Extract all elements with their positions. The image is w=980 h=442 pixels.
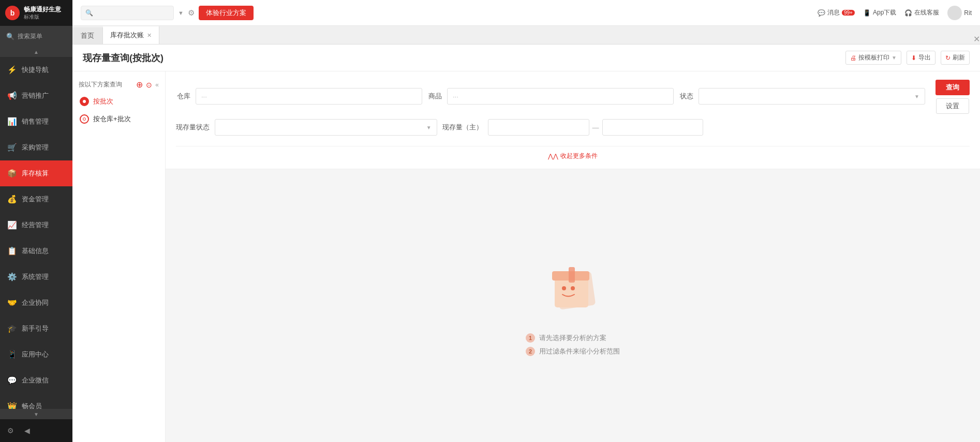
empty-tip-1: 1 请先选择要分析的方案 bbox=[526, 333, 620, 343]
settings-footer-icon[interactable]: ⚙ bbox=[7, 426, 14, 435]
app-brand: 畅康通好生意 标准版 bbox=[24, 6, 67, 21]
add-plan-icon[interactable]: ⊕ bbox=[136, 80, 143, 90]
panel-close-button[interactable]: ✕ bbox=[973, 34, 980, 44]
filter-actions: 查询 设置 bbox=[936, 79, 970, 114]
qty-from-input[interactable] bbox=[488, 119, 589, 136]
topbar-gear-icon[interactable]: ⚙ bbox=[188, 8, 195, 18]
user-avatar-action[interactable]: Rit bbox=[947, 6, 972, 20]
avatar bbox=[947, 6, 962, 20]
plan-icon-by-batch bbox=[80, 97, 89, 106]
messages-action[interactable]: 💬 消息 99+ bbox=[818, 8, 855, 17]
refresh-icon: ↻ bbox=[945, 54, 951, 62]
empty-state: 1 请先选择要分析的方案 2 用过滤条件来缩小分析范围 bbox=[166, 169, 980, 442]
left-panel-icons: ⊕ ⊙ « bbox=[136, 80, 159, 90]
collapse-panel-icon[interactable]: « bbox=[155, 81, 159, 89]
tip-number-2: 2 bbox=[526, 347, 535, 356]
user-name: Rit bbox=[964, 9, 972, 17]
collapse-more-button[interactable]: ⋀⋀ 收起更多条件 bbox=[176, 146, 970, 166]
sidebar-item-label: 快捷导航 bbox=[22, 65, 49, 75]
inventory-icon: 📦 bbox=[7, 169, 17, 178]
message-icon: 💬 bbox=[818, 9, 825, 17]
tab-inventory-batch[interactable]: 库存批次账 ✕ bbox=[103, 26, 159, 44]
sidebar-item-newbie[interactable]: 🎓 新手引导 bbox=[0, 316, 72, 342]
empty-tip-2: 2 用过滤条件来缩小分析范围 bbox=[526, 347, 620, 356]
export-button[interactable]: ⬇ 导出 bbox=[907, 51, 936, 65]
refresh-button[interactable]: ↻ 刷新 bbox=[941, 51, 970, 65]
collapse-sidebar-icon[interactable]: ◀ bbox=[24, 426, 30, 435]
sidebar-item-system[interactable]: ⚙️ 系统管理 bbox=[0, 264, 72, 290]
sidebar-item-quick-nav[interactable]: ⚡ 快捷导航 bbox=[0, 57, 72, 83]
system-icon: ⚙️ bbox=[7, 272, 17, 282]
sidebar: b 畅康通好生意 标准版 🔍 搜索菜单 ▲ ⚡ 快捷导航 📢 营销推广 📊 销售… bbox=[0, 0, 72, 442]
sidebar-item-label: 经营管理 bbox=[22, 220, 49, 230]
empty-tips: 1 请先选择要分析的方案 2 用过滤条件来缩小分析范围 bbox=[526, 333, 620, 356]
app-logo: b bbox=[5, 6, 20, 20]
page-title: 现存量查询(按批次) bbox=[83, 52, 164, 64]
tip-text-2: 用过滤条件来缩小分析范围 bbox=[539, 347, 620, 356]
tab-home[interactable]: 首页 bbox=[72, 27, 103, 44]
online-service-label: 在线客服 bbox=[914, 8, 939, 17]
topbar: 🔍 ▼ ⚙ 体验行业方案 💬 消息 99+ 📱 App下载 🎧 在线客服 Rit bbox=[72, 0, 980, 26]
qty-wrap: 现存量（主） — bbox=[442, 119, 704, 136]
tip-number-1: 1 bbox=[526, 333, 535, 343]
print-template-button[interactable]: 🖨 按模板打印 ▼ bbox=[845, 51, 901, 65]
app-download-action[interactable]: 📱 App下载 bbox=[863, 8, 896, 17]
empty-illustration bbox=[542, 256, 604, 318]
svg-point-5 bbox=[571, 286, 575, 290]
app-name: 畅康通好生意 bbox=[24, 6, 67, 14]
left-panel-header: 按以下方案查询 ⊕ ⊙ « bbox=[72, 77, 165, 93]
sidebar-item-apps[interactable]: 📱 应用中心 bbox=[0, 342, 72, 367]
inventory-status-select[interactable]: ▼ bbox=[215, 119, 437, 136]
members-icon: 👑 bbox=[7, 402, 17, 409]
qty-to-input[interactable] bbox=[602, 119, 704, 136]
product-input[interactable]: ··· bbox=[447, 88, 674, 105]
sidebar-item-purchase[interactable]: 🛒 采购管理 bbox=[0, 135, 72, 160]
messages-badge: 99+ bbox=[842, 10, 855, 16]
export-icon: ⬇ bbox=[911, 54, 916, 62]
sidebar-item-finance[interactable]: 💰 资金管理 bbox=[0, 186, 72, 212]
sidebar-item-basic-info[interactable]: 📋 基础信息 bbox=[0, 238, 72, 264]
sidebar-item-wechat[interactable]: 💬 企业微信 bbox=[0, 367, 72, 393]
sidebar-item-inventory[interactable]: 📦 库存核算 bbox=[0, 160, 72, 186]
sidebar-item-label: 销售管理 bbox=[22, 117, 49, 126]
settings-plan-icon[interactable]: ⊙ bbox=[146, 81, 152, 89]
filter-fields-area: 仓库 ··· 商品 ··· bbox=[176, 79, 970, 141]
sidebar-item-label: 应用中心 bbox=[22, 350, 49, 359]
sidebar-item-marketing[interactable]: 📢 营销推广 bbox=[0, 83, 72, 109]
product-placeholder: ··· bbox=[453, 93, 458, 100]
sidebar-search[interactable]: 🔍 搜索菜单 bbox=[0, 26, 72, 47]
sidebar-item-label: 新手引导 bbox=[22, 324, 49, 333]
apps-icon: 📱 bbox=[7, 350, 17, 359]
query-button[interactable]: 查询 bbox=[936, 80, 970, 95]
settings-button[interactable]: 设置 bbox=[936, 98, 969, 114]
sidebar-item-members[interactable]: 👑 畅会员 bbox=[0, 393, 72, 409]
topbar-dropdown-icon[interactable]: ▼ bbox=[178, 10, 184, 16]
warehouse-input[interactable]: ··· bbox=[196, 88, 422, 105]
filter-top-row: 仓库 ··· 商品 ··· bbox=[176, 79, 970, 141]
status-arrow-icon: ▼ bbox=[914, 94, 919, 99]
plan-item-by-warehouse-batch[interactable]: 按仓库+批次 bbox=[72, 110, 165, 128]
empty-svg bbox=[542, 256, 604, 318]
sidebar-scroll-up[interactable]: ▲ bbox=[0, 47, 72, 57]
online-service-action[interactable]: 🎧 在线客服 bbox=[904, 8, 939, 17]
sidebar-item-enterprise[interactable]: 🤝 企业协同 bbox=[0, 290, 72, 316]
tab-close-icon[interactable]: ✕ bbox=[147, 32, 152, 39]
refresh-label: 刷新 bbox=[953, 53, 965, 62]
print-dropdown-icon[interactable]: ▼ bbox=[892, 55, 897, 61]
warehouse-placeholder: ··· bbox=[201, 93, 207, 100]
topbar-search-icon: 🔍 bbox=[85, 9, 93, 17]
topbar-left: 🔍 ▼ ⚙ 体验行业方案 bbox=[81, 6, 813, 20]
status-input[interactable]: ▼ bbox=[699, 88, 925, 105]
search-icon: 🔍 bbox=[6, 33, 14, 40]
sidebar-item-sales[interactable]: 📊 销售管理 bbox=[0, 109, 72, 135]
tab-home-label: 首页 bbox=[81, 31, 94, 40]
export-label: 导出 bbox=[918, 53, 931, 62]
sidebar-item-operations[interactable]: 📈 经营管理 bbox=[0, 212, 72, 238]
plan-label-by-batch: 按批次 bbox=[93, 97, 113, 106]
filter-row-2: 现存量状态 ▼ 现存量（主） — bbox=[176, 119, 970, 136]
sidebar-scroll-down[interactable]: ▼ bbox=[0, 409, 72, 419]
plan-item-by-batch[interactable]: 按批次 bbox=[72, 93, 165, 110]
trial-button[interactable]: 体验行业方案 bbox=[199, 6, 254, 20]
status-label: 状态 bbox=[679, 92, 693, 101]
topbar-search-box[interactable]: 🔍 bbox=[81, 6, 174, 20]
